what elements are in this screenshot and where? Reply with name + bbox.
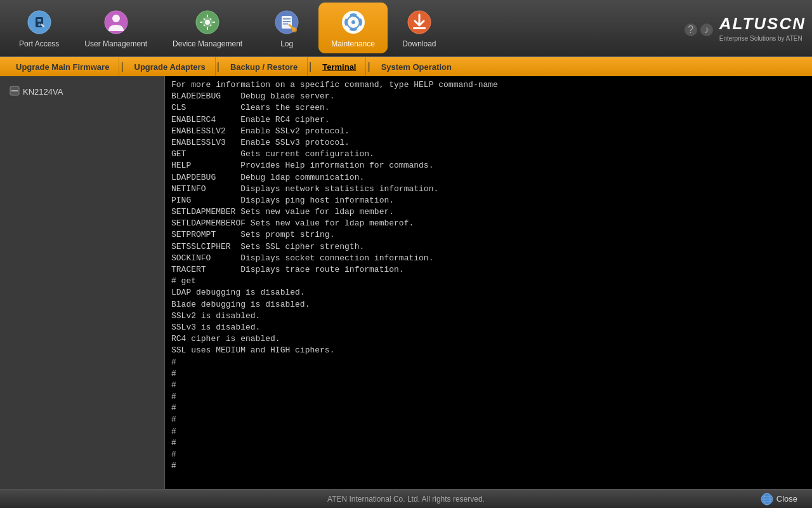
nav-label-device-management: Device Management	[173, 39, 242, 48]
nav-item-maintenance[interactable]: Maintenance	[318, 3, 388, 53]
terminal-line: For more information on a specific comma…	[171, 79, 806, 91]
nav-label-maintenance: Maintenance	[331, 39, 375, 48]
terminal-line: #	[171, 380, 806, 391]
terminal-content[interactable]: For more information on a specific comma…	[165, 76, 812, 489]
sub-nav-backup-restore[interactable]: Backup / Restore	[221, 57, 308, 76]
terminal-line: NETINFO Displays network statistics info…	[171, 184, 806, 195]
terminal-line: #	[171, 426, 806, 438]
sidebar: KN2124VA	[0, 76, 165, 489]
terminal-line: SSLv2 is disabled.	[171, 311, 806, 322]
close-button[interactable]: Close	[756, 491, 802, 507]
terminal-line: #	[171, 414, 806, 425]
terminal-line: SETLDAPMEMBEROF Sets new value for ldap …	[171, 218, 806, 229]
sub-nav-upgrade-adapters[interactable]: Upgrade Adapters	[125, 57, 216, 76]
terminal-line: RC4 cipher is enabled.	[171, 333, 806, 345]
terminal-line: LDAPDEBUG Debug ldap communication.	[171, 172, 806, 184]
terminal-line: #	[171, 391, 806, 403]
svg-rect-11	[283, 18, 291, 20]
terminal-line: Blade debugging is disabled.	[171, 299, 806, 311]
svg-point-8	[205, 20, 210, 25]
svg-point-14	[292, 27, 297, 32]
svg-rect-2	[37, 19, 41, 22]
sub-nav-system-operation[interactable]: System Operation	[372, 57, 461, 76]
terminal-line: SOCKINFO Displays socket connection info…	[171, 253, 806, 264]
top-navigation: Port Access User Management Device Manag…	[0, 0, 812, 57]
nav-item-port-access[interactable]: Port Access	[6, 3, 72, 53]
terminal-line: # get	[171, 276, 806, 287]
terminal-line: #	[171, 449, 806, 460]
user-management-icon	[102, 8, 130, 36]
nav-label-port-access: Port Access	[19, 39, 59, 48]
download-icon	[405, 8, 433, 36]
logo-container: ALTUSCN Enterprise Solutions by ATEN	[719, 14, 806, 42]
terminal-line: ENABLESSLV3 Enable SSLv3 protocol.	[171, 137, 806, 149]
svg-point-17	[351, 20, 355, 24]
main-content: KN2124VA For more information on a speci…	[0, 76, 812, 489]
terminal-line: CLS Clears the screen.	[171, 102, 806, 114]
sidebar-label-kn2124va: KN2124VA	[23, 87, 63, 97]
nav-item-log[interactable]: Log	[255, 3, 318, 53]
terminal-line: SETSSLCIPHER Sets SSL cipher strength.	[171, 241, 806, 253]
log-icon	[273, 8, 301, 36]
help-icons: ? ♪	[684, 20, 713, 36]
terminal-line: SSLv3 is disabled.	[171, 322, 806, 333]
terminal-line: #	[171, 438, 806, 449]
terminal-container: For more information on a specific comma…	[165, 76, 812, 489]
terminal-line: #	[171, 357, 806, 368]
terminal-line: GET Gets current configuration.	[171, 149, 806, 160]
nav-label-download: Download	[402, 39, 436, 48]
sub-nav-terminal[interactable]: Terminal	[313, 57, 366, 76]
nav-item-download[interactable]: Download	[388, 3, 451, 53]
close-label: Close	[776, 494, 797, 504]
footer-copyright: ATEN International Co. Ltd. All rights r…	[274, 495, 539, 504]
port-access-icon	[25, 8, 53, 36]
terminal-line: #	[171, 460, 806, 472]
svg-rect-13	[283, 23, 288, 25]
terminal-line: SETPROMPT Sets prompt string.	[171, 229, 806, 241]
sub-navigation: Upgrade Main Firmware | Upgrade Adapters…	[0, 57, 812, 76]
terminal-line: ENABLESSLV2 Enable SSLv2 protocol.	[171, 126, 806, 137]
terminal-line: SSL uses MEDIUM and HIGH ciphers.	[171, 345, 806, 356]
terminal-line: PING Displays ping host information.	[171, 195, 806, 206]
nav-label-user-management: User Management	[84, 39, 147, 48]
sub-nav-upgrade-main-firmware[interactable]: Upgrade Main Firmware	[6, 57, 119, 76]
footer: ATEN International Co. Ltd. All rights r…	[0, 489, 812, 508]
logo-subtitle: Enterprise Solutions by ATEN	[719, 35, 806, 42]
help-icon[interactable]: ?	[684, 23, 697, 36]
terminal-line: #	[171, 368, 806, 380]
terminal-line: BLADEDEBUG Debug blade server.	[171, 91, 806, 102]
device-management-icon	[193, 8, 222, 36]
svg-rect-12	[283, 21, 291, 22]
svg-rect-21	[11, 90, 18, 91]
terminal-line: SETLDAPMEMBER Sets new value for ldap me…	[171, 206, 806, 218]
svg-rect-19	[413, 27, 426, 29]
logo-text: ALTUSCN	[719, 14, 806, 34]
terminal-line: ENABLERC4 Enable RC4 cipher.	[171, 114, 806, 126]
svg-point-5	[112, 15, 120, 22]
terminal-line: TRACERT Displays trace route information…	[171, 264, 806, 276]
nav-label-log: Log	[280, 39, 293, 48]
audio-icon[interactable]: ♪	[700, 23, 713, 36]
terminal-line: #	[171, 403, 806, 414]
terminal-line: LDAP debugging is disabled.	[171, 287, 806, 298]
nav-item-user-management[interactable]: User Management	[72, 3, 160, 53]
logo-area: ? ♪ ALTUSCN Enterprise Solutions by ATEN	[675, 14, 806, 42]
terminal-line: HELP Provides Help information for comma…	[171, 160, 806, 171]
nav-item-device-management[interactable]: Device Management	[160, 3, 255, 53]
sidebar-item-kn2124va[interactable]: KN2124VA	[3, 83, 161, 101]
svg-point-3	[38, 23, 41, 26]
globe-icon	[761, 493, 773, 505]
tree-expand-icon	[10, 86, 20, 98]
maintenance-icon	[339, 8, 367, 36]
